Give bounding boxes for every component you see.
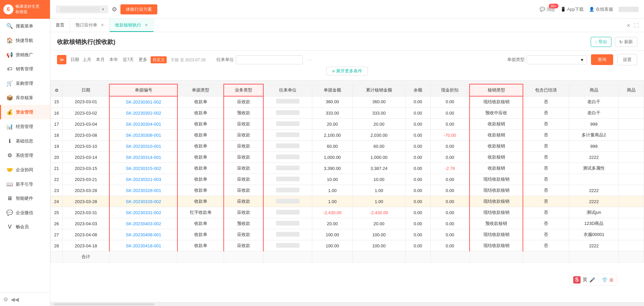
refresh-button[interactable]: ↻ 刷新 — [615, 37, 637, 47]
cell-doc-no: SK-20230328-002 — [109, 196, 177, 207]
sidebar-item-营销推广[interactable]: 📢营销推广 — [0, 48, 50, 62]
doc-no-link[interactable]: SK-20230328-002 — [126, 199, 161, 204]
sidebar-item-系统管理[interactable]: ⚙系统管理 — [0, 148, 50, 163]
sidebar-item-icon: V — [6, 224, 13, 230]
cell-product2 — [619, 130, 644, 141]
filter-date-last-month[interactable]: 上月 — [81, 56, 93, 63]
tab-verify-close[interactable]: ✕ — [145, 23, 148, 27]
cell-biz-type: 应收款 — [224, 229, 263, 240]
filter-date-7days[interactable]: 近7天 — [121, 56, 135, 63]
doc-no-link[interactable]: SK-20230408-001 — [126, 232, 161, 237]
sidebar-item-快捷导航[interactable]: 🏠快捷导航 — [0, 33, 50, 48]
message-icon[interactable]: 💬 消息 99+ — [540, 6, 555, 12]
sidebar-gear-icon[interactable]: ⚙ — [3, 296, 8, 303]
cell-date: 2023-03-21 — [63, 174, 110, 185]
cell-verify-type: 现结收款核销 — [470, 207, 523, 218]
sidebar-item-基础信息[interactable]: ℹ基础信息 — [0, 134, 50, 148]
topbar-gear-icon[interactable]: ⚙ — [112, 6, 117, 13]
sidebar-collapse-icon[interactable]: ◀◀ — [11, 296, 19, 303]
filter-type-select[interactable]: ▾ — [527, 55, 587, 64]
expand-icon: ≡ — [332, 69, 335, 74]
cell-balance: 0.00 — [406, 152, 431, 163]
doc-no-link[interactable]: SK-20230310-001 — [126, 144, 161, 149]
th-settings[interactable]: ⚙ — [51, 84, 63, 96]
cell-doc-no: SK-20230310-001 — [109, 141, 177, 152]
doc-no-link[interactable]: SK-20230331-002 — [126, 210, 161, 215]
filter-unit-input[interactable] — [236, 55, 303, 64]
cell-amount: 60.00 — [312, 141, 353, 152]
app-download[interactable]: 📱 App下载 — [560, 6, 584, 12]
sidebar-item-畅会员[interactable]: V畅会员 — [0, 220, 50, 234]
cell-doc-type: 收款单 — [177, 163, 224, 174]
tab-prepay[interactable]: 预订应付单 ✕ — [70, 19, 110, 32]
sidebar-item-企业微信[interactable]: 💬企业微信 — [0, 205, 50, 220]
doc-no-link[interactable]: SK-20230308-001 — [126, 133, 161, 138]
sidebar-item-新手引导[interactable]: 📖新手引导 — [0, 177, 50, 191]
cell-include-settled: 否 — [523, 207, 569, 218]
cell-product2 — [619, 240, 644, 251]
cell-discount: 0.00 — [430, 218, 470, 229]
cell-no: 21 — [51, 163, 63, 174]
sidebar-item-搜索菜单[interactable]: 🔍搜索菜单 — [0, 19, 50, 33]
doc-no-link[interactable]: SK-20230418-001 — [126, 243, 161, 248]
sidebar-item-库存核算[interactable]: 📦库存核算 — [0, 90, 50, 105]
scrollbar-area — [50, 302, 644, 306]
cell-doc-type: 红字收款单 — [177, 207, 224, 218]
doc-no-link[interactable]: SK-20230302-002 — [126, 111, 161, 116]
doc-no-link[interactable]: SK-20230403-002 — [126, 221, 161, 226]
tab-expand-icon[interactable]: ⛶ — [634, 23, 639, 28]
footer-doc-no — [109, 251, 177, 262]
cell-date: 2023-03-08 — [63, 130, 110, 141]
filter-date-this-month[interactable]: 本月 — [95, 56, 106, 63]
tab-close-all-icon[interactable]: ✕ — [627, 23, 631, 28]
logo-text: 畅康道好生意 标推版 — [15, 4, 40, 14]
table-area: ⚙ 日期 单据编号 单据类型 业务类型 往来单位 单据金额 累计核销金额 余额 … — [50, 84, 644, 302]
filter-date-this-year[interactable]: 本年 — [108, 56, 119, 63]
filter-expand-button[interactable]: ≫ — [57, 55, 66, 64]
solution-button[interactable]: 体验行业方案 — [120, 4, 157, 14]
cell-unit — [263, 119, 312, 130]
filter-date-custom[interactable]: 自定义 — [151, 56, 167, 63]
sidebar-item-icon: 💰 — [6, 109, 13, 115]
sidebar-item-label: 系统管理 — [16, 152, 33, 159]
export-button[interactable]: ↑ 导出 — [591, 37, 612, 47]
cell-biz-type: 应收款 — [224, 163, 263, 174]
online-service[interactable]: 👤 在线客服 — [589, 6, 613, 12]
sidebar-item-经营管理[interactable]: 📊经营管理 — [0, 119, 50, 134]
cell-biz-type: 应收款 — [224, 141, 263, 152]
cell-product2 — [619, 207, 644, 218]
topbar-title-input[interactable]: ▾ — [56, 5, 108, 13]
cell-product1: 衣服00001 — [569, 229, 619, 240]
th-product1: 商品 — [569, 84, 619, 96]
cell-doc-no: SK-20230403-002 — [109, 218, 177, 229]
filter-date-more[interactable]: 更多 — [137, 56, 149, 63]
sidebar-item-销售管理[interactable]: 🏷销售管理 — [0, 62, 50, 76]
sidebar-item-资金管理[interactable]: 💰资金管理 — [0, 105, 50, 119]
doc-no-link[interactable]: SK-20230315-002 — [126, 166, 161, 171]
cell-doc-type: 收款单 — [177, 240, 224, 251]
tab-verify[interactable]: 收款核销执行 ✕ — [110, 19, 154, 32]
sidebar-item-智能硬件[interactable]: 🖥智能硬件 — [0, 191, 50, 205]
table-row: 25 2023-03-31 SK-20230331-002 红字收款单 应收款 … — [51, 207, 644, 218]
filter-settings-button[interactable]: 设置 — [617, 54, 637, 65]
filter-more-dots: ··· — [307, 57, 313, 62]
cell-biz-type: 预收款 — [224, 218, 263, 229]
doc-no-link[interactable]: SK-20230301-002 — [126, 100, 161, 105]
footer-amount — [312, 251, 353, 262]
scrollbar-track[interactable] — [54, 303, 154, 305]
cell-date: 2023-04-18 — [63, 240, 110, 251]
expand-more-button[interactable]: ≡ 展开更多条件 — [326, 67, 368, 75]
doc-no-link[interactable]: SK-20230321-003 — [126, 177, 161, 182]
sidebar-item-企业协同[interactable]: 🤝企业协同 — [0, 163, 50, 177]
doc-no-link[interactable]: SK-20230314-001 — [126, 155, 161, 160]
cell-verified: 100.00 — [353, 240, 405, 251]
cell-no: 19 — [51, 141, 63, 152]
query-button[interactable]: 查询 — [591, 54, 613, 65]
sidebar-item-icon: ⚙ — [6, 152, 13, 159]
tab-home[interactable]: 首页 — [50, 19, 70, 32]
tab-prepay-close[interactable]: ✕ — [101, 23, 104, 27]
filter-date-label: 日期 — [70, 57, 79, 63]
doc-no-link[interactable]: SK-20230328-001 — [126, 188, 161, 193]
sidebar-item-采购管理[interactable]: 🛒采购管理 — [0, 76, 50, 90]
doc-no-link[interactable]: SK-20230304-001 — [126, 122, 161, 127]
